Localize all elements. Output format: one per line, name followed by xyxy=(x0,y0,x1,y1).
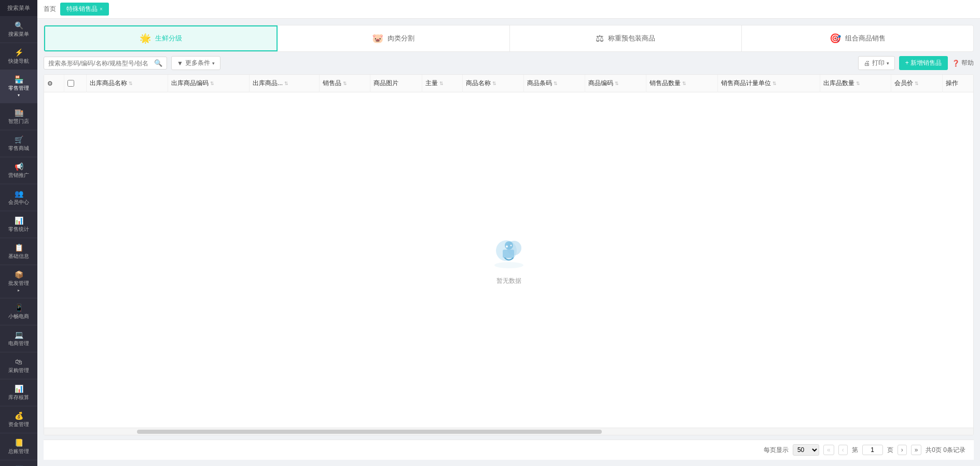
sort-icon-goods_name[interactable]: ⇅ xyxy=(492,81,496,86)
sidebar-item-retail[interactable]: 🏪零售管理▾ xyxy=(0,70,37,103)
basic-icon: 📋 xyxy=(15,243,23,252)
cat-tab-fresh[interactable]: 🌟生鲜分级 xyxy=(44,25,278,51)
data-table: ⚙出库商品名称⇅出库商品编码⇅出库商品...⇅销售品⇅商品图片主量⇅商品名称⇅商… xyxy=(44,75,973,92)
sidebar-item-invoice[interactable]: 🧾发票管理 xyxy=(0,460,37,466)
sort-icon-sale_qty[interactable]: ⇅ xyxy=(682,81,686,86)
prev-page-button[interactable]: ‹ xyxy=(838,445,848,455)
sidebar-item-promo[interactable]: 📢营销推广 xyxy=(0,157,37,184)
inventory-icon: 📊 xyxy=(15,385,23,393)
sidebar-item-search[interactable]: 🔍搜索菜单 xyxy=(0,16,37,43)
filter-button[interactable]: ▼ 更多条件 ▾ xyxy=(171,56,220,70)
svg-point-0 xyxy=(494,262,523,268)
th-goods_name[interactable]: 商品名称⇅ xyxy=(463,75,524,92)
sidebar-item-inventory[interactable]: 📊库存核算 xyxy=(0,379,37,406)
th-label-img: 商品图片 xyxy=(374,79,398,88)
sidebar-item-member[interactable]: 👥会员中心 xyxy=(0,184,37,211)
ecommerce-icon: 💻 xyxy=(15,331,23,339)
th-check xyxy=(64,75,87,92)
th-label-out_spec: 出库商品... xyxy=(253,79,283,88)
sidebar-item-ledger[interactable]: 📒总账管理 xyxy=(0,433,37,460)
sort-icon-goods_code[interactable]: ⇅ xyxy=(615,81,619,86)
topnav: 首页 特殊销售品 × xyxy=(37,0,980,19)
horizontal-scrollbar[interactable] xyxy=(44,428,973,435)
sort-icon-member_price[interactable]: ⇅ xyxy=(915,81,919,86)
sort-icon-main[interactable]: ⇅ xyxy=(439,81,444,86)
sidebar-logo: 搜索菜单 xyxy=(0,0,37,16)
last-page-button[interactable]: » xyxy=(911,445,922,455)
sort-icon-out_code[interactable]: ⇅ xyxy=(210,81,214,86)
next-page-button[interactable]: › xyxy=(898,445,907,455)
th-sale_unit[interactable]: 销售商品计量单位⇅ xyxy=(718,75,820,92)
th-out_spec[interactable]: 出库商品...⇅ xyxy=(250,75,319,92)
sort-icon-sale_item[interactable]: ⇅ xyxy=(343,81,347,86)
sidebar-item-basic[interactable]: 📋基础信息 xyxy=(0,238,37,265)
purchase-icon: 🛍 xyxy=(15,358,22,366)
sort-icon-out_name[interactable]: ⇅ xyxy=(129,81,133,86)
th-out_qty[interactable]: 出库品数量⇅ xyxy=(820,75,891,92)
topnav-tab-label: 特殊销售品 xyxy=(66,5,98,13)
print-label: 打印 xyxy=(872,59,885,67)
empty-illustration xyxy=(488,235,530,271)
sort-icon-sale_unit[interactable]: ⇅ xyxy=(772,81,777,86)
help-button[interactable]: ❓ 帮助 xyxy=(952,59,974,67)
topnav-home[interactable]: 首页 xyxy=(44,5,56,13)
total-info: 共0页 0条记录 xyxy=(926,446,965,455)
svg-point-5 xyxy=(506,245,508,248)
sidebar-item-quicknav[interactable]: ⚡快捷导航 xyxy=(0,43,37,70)
per-page-label: 每页显示 xyxy=(764,446,789,455)
sidebar-item-finance[interactable]: 💰资金管理 xyxy=(0,406,37,433)
th-barcode[interactable]: 商品条码⇅ xyxy=(524,75,585,92)
fresh-cat-label: 生鲜分级 xyxy=(155,34,182,43)
th-out_name[interactable]: 出库商品名称⇅ xyxy=(86,75,168,92)
per-page-select[interactable]: 102050100 xyxy=(793,444,819,456)
add-button[interactable]: + 新增销售品 xyxy=(899,56,948,70)
th-label-goods_name: 商品名称 xyxy=(466,79,491,88)
th-member_price[interactable]: 会员价⇅ xyxy=(891,75,942,92)
search-icon[interactable]: 🔍 xyxy=(154,59,162,67)
finance-label: 资金管理 xyxy=(8,421,29,428)
weight-cat-label: 称重预包装商品 xyxy=(608,34,655,43)
chevron-down-icon: ▾ xyxy=(212,61,215,66)
sort-icon-out_qty[interactable]: ⇅ xyxy=(856,81,860,86)
help-icon: ❓ xyxy=(952,60,960,67)
sidebar-item-purchase[interactable]: 🛍采购管理 xyxy=(0,352,37,379)
miniapp-label: 小畅电商 xyxy=(8,313,29,320)
th-label-out_code: 出库商品编码 xyxy=(171,79,209,88)
cat-tab-meat[interactable]: 🐷肉类分割 xyxy=(278,25,509,51)
th-sale_qty[interactable]: 销售品数量⇅ xyxy=(646,75,718,92)
search-input[interactable] xyxy=(48,60,152,67)
sort-icon-out_spec[interactable]: ⇅ xyxy=(284,81,288,86)
print-button[interactable]: 🖨 打印 ▾ xyxy=(858,56,895,70)
sidebar-item-retailstat[interactable]: 📊零售统计 xyxy=(0,211,37,238)
sidebar-item-miniapp[interactable]: 📱小畅电商 xyxy=(0,298,37,325)
th-main[interactable]: 主量⇅ xyxy=(422,75,463,92)
page-input[interactable] xyxy=(862,445,883,455)
wholesale-arrow-icon: ▸ xyxy=(18,288,20,293)
retail-label: 零售管理 xyxy=(8,85,29,91)
filter-icon: ▼ xyxy=(177,60,183,67)
retailmall-label: 零售商城 xyxy=(8,145,29,152)
sidebar-item-retailmall[interactable]: 🛒零售商城 xyxy=(0,130,37,157)
topnav-active-tab[interactable]: 特殊销售品 × xyxy=(60,3,109,16)
ledger-icon: 📒 xyxy=(15,438,23,447)
cat-tab-combo[interactable]: 🎯组合商品销售 xyxy=(742,25,973,51)
logo-text: 搜索菜单 xyxy=(7,4,30,12)
first-page-button[interactable]: « xyxy=(823,445,834,455)
basic-label: 基础信息 xyxy=(8,253,29,259)
svg-rect-3 xyxy=(503,250,514,258)
cat-tab-weight[interactable]: ⚖称重预包装商品 xyxy=(510,25,742,51)
sidebar-item-ecommerce[interactable]: 💻电商管理 xyxy=(0,325,37,352)
retailmall-icon: 🛒 xyxy=(15,135,23,144)
scrollbar-thumb[interactable] xyxy=(137,430,602,434)
th-out_code[interactable]: 出库商品编码⇅ xyxy=(168,75,249,92)
th-label-goods_code: 商品编码 xyxy=(588,79,613,88)
close-tab-icon[interactable]: × xyxy=(100,6,103,12)
ledger-label: 总账管理 xyxy=(8,448,29,455)
select-all-checkbox[interactable] xyxy=(67,80,74,87)
sort-icon-barcode[interactable]: ⇅ xyxy=(554,81,558,86)
sidebar-item-smartstore[interactable]: 🏬智慧门店 xyxy=(0,103,37,130)
th-sale_item[interactable]: 销售品⇅ xyxy=(319,75,370,92)
print-icon: 🖨 xyxy=(864,60,870,67)
sidebar-item-wholesale[interactable]: 📦批发管理▸ xyxy=(0,265,37,298)
th-goods_code[interactable]: 商品编码⇅ xyxy=(585,75,646,92)
